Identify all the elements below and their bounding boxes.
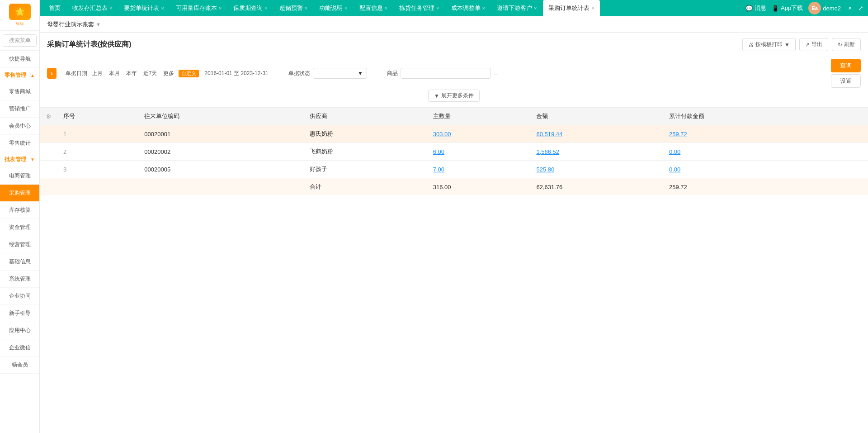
- sidebar-item-app-center[interactable]: 应用中心: [0, 322, 39, 339]
- tab-overstock-warning[interactable]: 超储预警 ×: [274, 0, 313, 16]
- account-selector[interactable]: 母婴行业演示账套 ▼: [47, 20, 101, 29]
- td-paid-amount[interactable]: 0.00: [664, 143, 829, 161]
- settings-icon[interactable]: ⚙: [46, 113, 52, 120]
- td-paid-amount[interactable]: 259.72: [664, 125, 829, 143]
- close-icon[interactable]: ×: [219, 5, 222, 11]
- tab-label: 可用量库存账本: [176, 4, 217, 12]
- tab-purchase-stats[interactable]: 采购订单统计表 ×: [543, 0, 599, 16]
- template-print-button[interactable]: 🖨 按模板打印 ▼: [742, 38, 796, 51]
- avatar: Ea: [808, 2, 821, 14]
- date-shortcut-last-month[interactable]: 上月: [90, 69, 104, 78]
- td-paid-amount[interactable]: 0.00: [664, 161, 829, 178]
- td-amount[interactable]: 1,586.52: [531, 143, 664, 161]
- sidebar-item-wholesale[interactable]: 批发管理 ▼: [0, 152, 39, 167]
- goods-input[interactable]: [401, 68, 491, 79]
- sidebar-item-inventory[interactable]: 库存核算: [0, 202, 39, 219]
- window-controls: × ⤢: [846, 5, 864, 12]
- td-no: 1: [58, 125, 139, 143]
- status-select[interactable]: ▼: [313, 68, 367, 79]
- expand-conditions-button[interactable]: ▼ 展开更多条件: [428, 90, 480, 102]
- tab-config-info[interactable]: 配置信息 ×: [354, 0, 393, 16]
- btn-export-label: 导出: [811, 41, 822, 48]
- td-spacer: [58, 178, 139, 196]
- sidebar-expand-button[interactable]: ›: [47, 68, 57, 79]
- date-shortcut-this-month[interactable]: 本月: [107, 69, 122, 78]
- sidebar-item-label: 资金管理: [9, 224, 31, 231]
- query-button[interactable]: 查询: [831, 59, 861, 72]
- sidebar-item-membership[interactable]: 畅会员: [0, 357, 39, 374]
- td-spacer: [829, 161, 868, 178]
- user-profile-button[interactable]: Ea demo2: [808, 2, 841, 14]
- close-icon[interactable]: ×: [591, 5, 594, 11]
- tab-order-stats[interactable]: 要货单统计表 ×: [118, 0, 169, 16]
- filter-area: › 单据日期 上月 本月 本年 近7天 更多 自定义 2016-01-01 至 …: [40, 55, 868, 108]
- chevron-down-icon: ▲: [30, 73, 35, 78]
- sidebar-item-label: 企业协同: [9, 292, 31, 300]
- message-icon: 💬: [745, 5, 753, 12]
- td-main-qty[interactable]: 303.00: [428, 125, 531, 143]
- chevron-down-icon: ▼: [96, 22, 101, 27]
- expand-label: 展开更多条件: [441, 92, 474, 100]
- purchase-stats-table: ⚙ 序号 往来单位编码 供应商 主数量 金额 累计付款金额 1 00020001…: [40, 108, 868, 195]
- table-footer: 合计 316.00 62,631.76 259.72: [40, 178, 868, 196]
- tab-label: 功能说明: [319, 4, 343, 12]
- td-amount[interactable]: 60,519.44: [531, 125, 664, 143]
- sidebar-item-enterprise-wechat[interactable]: 企业微信: [0, 339, 39, 357]
- sidebar-item-marketing[interactable]: 营销推广: [0, 100, 39, 118]
- sidebar-item-system[interactable]: 系统管理: [0, 271, 39, 288]
- td-supplier: 飞鹤奶粉: [304, 143, 428, 161]
- sidebar-item-retail[interactable]: 零售管理 ▲: [0, 68, 39, 83]
- date-shortcut-more[interactable]: 更多: [161, 69, 176, 78]
- close-icon[interactable]: ×: [264, 5, 267, 11]
- status-label: 单据状态: [288, 70, 310, 77]
- tab-expiry-query[interactable]: 保质期查询 ×: [228, 0, 273, 16]
- more-icon[interactable]: …: [494, 70, 499, 76]
- app-download-button[interactable]: 📱 App下载: [772, 4, 803, 12]
- close-icon[interactable]: ×: [482, 5, 485, 11]
- td-unit-code: 00020002: [139, 143, 304, 161]
- close-icon[interactable]: ×: [305, 5, 307, 11]
- td-amount[interactable]: 525.80: [531, 161, 664, 178]
- td-no: 3: [58, 161, 139, 178]
- sidebar-item-finance[interactable]: 资金管理: [0, 219, 39, 236]
- date-custom-tag[interactable]: 自定义: [179, 70, 199, 77]
- filter-settings-button[interactable]: 设置: [831, 74, 861, 88]
- sidebar-item-basic-info[interactable]: 基础信息: [0, 253, 39, 271]
- tab-invite-downstream[interactable]: 邀请下游客户 ×: [491, 0, 542, 16]
- tab-inventory-ledger[interactable]: 可用量库存账本 ×: [170, 0, 227, 16]
- close-icon[interactable]: ×: [344, 5, 347, 11]
- close-icon[interactable]: ×: [161, 5, 164, 11]
- td-spacer: [40, 125, 58, 143]
- tab-receive-summary[interactable]: 收发存汇总表 ×: [67, 0, 118, 16]
- window-expand-button[interactable]: ⤢: [857, 5, 864, 12]
- td-main-qty[interactable]: 7.00: [428, 161, 531, 178]
- tab-pick-task[interactable]: 拣货任务管理 ×: [394, 0, 444, 16]
- close-icon[interactable]: ×: [534, 5, 537, 11]
- sidebar-item-quick-nav[interactable]: 快捷导航: [0, 51, 39, 68]
- close-icon[interactable]: ×: [436, 5, 439, 11]
- topbar-right: 💬 消息 📱 App下载 Ea demo2 × ⤢: [745, 2, 864, 14]
- date-shortcut-this-year[interactable]: 本年: [124, 69, 139, 78]
- td-spacer: [40, 178, 58, 196]
- search-menu-button[interactable]: 搜索菜单: [3, 34, 37, 47]
- td-main-qty[interactable]: 6.00: [428, 143, 531, 161]
- window-close-button[interactable]: ×: [846, 5, 854, 12]
- close-icon[interactable]: ×: [385, 5, 387, 11]
- sidebar-item-label: 畅会员: [12, 361, 28, 369]
- sidebar-item-retail-shop[interactable]: 零售商城: [0, 83, 39, 100]
- message-button[interactable]: 💬 消息: [745, 4, 766, 12]
- sidebar-item-enterprise-coop[interactable]: 企业协同: [0, 288, 39, 305]
- sidebar-item-new-guide[interactable]: 新手引导: [0, 305, 39, 322]
- date-shortcut-7days[interactable]: 近7天: [142, 69, 159, 78]
- close-icon[interactable]: ×: [109, 5, 112, 11]
- sidebar-item-purchase[interactable]: 采购管理: [0, 185, 39, 202]
- tab-function-desc[interactable]: 功能说明 ×: [314, 0, 353, 16]
- sidebar-item-retail-stats[interactable]: 零售统计: [0, 135, 39, 152]
- sidebar-item-ecommerce[interactable]: 电商管理: [0, 167, 39, 185]
- refresh-button[interactable]: ↻ 刷新: [832, 38, 861, 51]
- tab-cost-adjust[interactable]: 成本调整单 ×: [446, 0, 491, 16]
- sidebar-item-member[interactable]: 会员中心: [0, 118, 39, 135]
- export-button[interactable]: ↗ 导出: [799, 38, 828, 51]
- tab-home[interactable]: 首页: [43, 0, 66, 16]
- sidebar-item-operations[interactable]: 经营管理: [0, 236, 39, 253]
